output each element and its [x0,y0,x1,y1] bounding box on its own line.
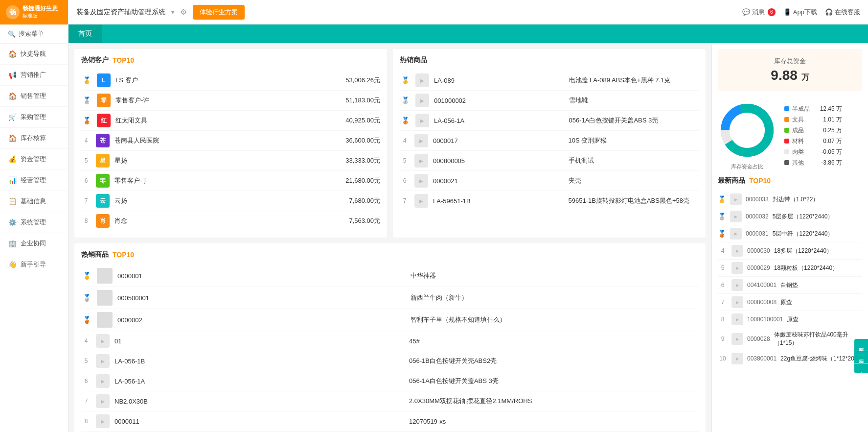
float-buttons: 客服热线 服务社区 直播 [854,339,868,373]
legend-name: 肉类 [792,148,810,156]
svg-point-6 [730,113,765,148]
new-product-name: 原查 [780,298,862,307]
sidebar-item-operation[interactable]: 📊经营管理 [0,170,68,191]
inventory-value: 9.88 [771,68,798,83]
sidebar-item-basic-info[interactable]: 📋基础信息 [0,191,68,212]
legend-value: 12.45 万 [813,105,842,113]
new-product-item: 7 ▶ 000800008 原查 [718,294,862,311]
legend-item: 材料 0.07 万 [784,137,842,145]
legend-color [784,139,789,144]
topbar: 装备及固定资产辅助管理系统 ▾ ⚙ 体验行业方案 💬 消息 6 📱 App下载 … [69,0,868,24]
phone-icon: 📱 [783,8,791,16]
product-thumb: ▶ [414,134,428,147]
product-code: LA-056-1B [114,358,404,365]
customer-name: 云扬 [114,196,344,205]
live-chat-button[interactable]: 直播 [854,363,868,373]
product-code: 0000002 [117,316,406,324]
sidebar-item-sales[interactable]: 🏠销售管理 [0,86,68,107]
list-item: 4 苍 苍南县人民医院 36,600.00元 [81,131,380,151]
inventory-total-label: 库存总资金 [726,57,854,66]
dropdown-icon[interactable]: ▾ [171,9,174,16]
legend-name: 文具 [792,116,810,124]
top-row: 热销客户 TOP10 🥇 L LS 客户 53,006.26元 🥈 零 零售客户… [74,49,706,238]
messages-button[interactable]: 💬 消息 6 [742,8,776,17]
product-thumb: ▶ [731,245,743,257]
product-image [97,312,113,328]
legend-item: 肉类 -0.05 万 [784,148,842,156]
new-product-code: 0000031 [746,230,769,237]
sidebar-search[interactable]: 🔍 搜索菜单 [0,24,68,44]
product-name: 056-1A白色按键开关盖ABS 3壳 [409,377,699,385]
marketing-icon: 📢 [8,71,17,79]
hot-products-title: 热销商品 TOP10 [81,250,699,259]
sidebar-item-guide[interactable]: 👋新手引导 [0,254,68,275]
new-product-code: 10000100001 [747,316,783,323]
customer-name: 苍南县人民医院 [114,136,341,145]
rank-number: 5 [400,157,410,164]
settings-icon[interactable]: ⚙ [180,7,187,17]
customer-name: 零售客户-于 [114,176,341,185]
sidebar-label-enterprise: 企业协同 [21,239,46,248]
sidebar-item-inventory[interactable]: 🏠库存核算 [0,128,68,149]
customer-service-button[interactable]: 🎧 在线客服 [825,8,860,17]
sidebar-label-purchase: 采购管理 [21,113,46,121]
legend-value: 1.01 万 [813,116,842,124]
product-thumb: ▶ [415,73,429,87]
list-item: 7 ▶ LA-59651-1B 59651-1B旋转投影灯电池盒ABS黑色+58… [400,191,699,211]
rank-number: 4 [81,137,91,144]
sidebar-label-operation: 经营管理 [21,176,46,185]
inventory-total-card: 库存总资金 9.88 万 [718,49,862,91]
customer-name: LS 客户 [115,76,341,85]
medal-icon: 🥉 [400,115,411,126]
rank-number: 7 [400,197,410,204]
tab-home[interactable]: 首页 [69,24,102,43]
product-code: NB2.0X30B [114,398,404,405]
product-code: 01 [114,337,404,345]
avatar: 零 [96,174,110,188]
product-thumb: ▶ [414,174,428,188]
basic-info-icon: 📋 [8,197,17,206]
sidebar-item-marketing[interactable]: 📢营销推广 [0,65,68,86]
product-code: 0000017 [433,137,564,144]
inventory-icon: 🏠 [8,134,17,143]
legend-item: 成品 0.25 万 [784,126,842,135]
top-products-qty-card: 热销商品 🥇 ▶ LA-089 电池盖 LA-089 ABS本色+黑种 7.1克… [393,49,706,238]
top-qty-list: 🥇 ▶ LA-089 电池盖 LA-089 ABS本色+黑种 7.1克 🥈 ▶ … [400,71,699,211]
sidebar-item-purchase[interactable]: 🛒采购管理 [0,107,68,128]
operation-icon: 📊 [8,176,17,185]
hot-products-list: 🥇 0000001 中华神器 🥈 000500001 新西兰牛肉（新牛） 🥉 0… [81,265,699,432]
sidebar-item-finance[interactable]: 💰资金管理 [0,149,68,170]
product-name: 056-1A白色按键开关盖ABS 3壳 [569,116,699,125]
product-thumb: ▶ [96,414,110,428]
product-name: 056-1B白色按键开关壳ABS2壳 [409,357,699,365]
product-thumb: ▶ [730,193,742,205]
sidebar-label-marketing: 营销推广 [21,71,46,79]
messages-badge: 6 [768,8,776,16]
headset-icon: 🎧 [825,8,833,16]
rank-number: 10 [718,355,728,362]
list-item: 7 云 云扬 7,680.00元 [81,191,380,211]
customer-service-label: 在线客服 [835,8,860,17]
new-product-item: 10 ▶ 003800001 22g鱼豆腐-烧烤味（1*12*20） [718,350,862,367]
top-customers-title: 热销客户 TOP10 [81,56,380,65]
product-code: 0000001 [117,272,406,280]
list-item: 4 ▶ 01 45# [81,331,699,351]
medal-icon: 🥇 [400,75,411,86]
legend-name: 成品 [792,126,810,135]
medal-icon: 🥇 [718,195,726,203]
product-name: 雪地靴 [569,96,699,105]
product-thumb: ▶ [96,394,110,408]
sidebar-item-system[interactable]: ⚙️系统管理 [0,212,68,233]
customer-hotline-button[interactable]: 客服热线 [854,339,868,351]
app-download-button[interactable]: 📱 App下载 [783,8,817,17]
sidebar-label-quick-nav: 快捷导航 [21,49,46,58]
new-product-name: 5层多层（1220*2440） [773,213,862,221]
legend-item: 半成品 12.45 万 [784,105,842,113]
sidebar-item-enterprise[interactable]: 🏢企业协同 [0,233,68,254]
new-product-name: 白钢垫 [780,281,862,289]
sidebar-item-quick-nav[interactable]: 🏠快捷导航 [0,44,68,65]
service-community-button[interactable]: 服务社区 [854,351,868,363]
purchase-icon: 🛒 [8,113,17,121]
trial-plan-button[interactable]: 体验行业方案 [193,5,245,20]
sidebar: 畅 畅捷通好生意 标准版 🔍 搜索菜单 🏠快捷导航📢营销推广🏠销售管理🛒采购管理… [0,0,69,432]
